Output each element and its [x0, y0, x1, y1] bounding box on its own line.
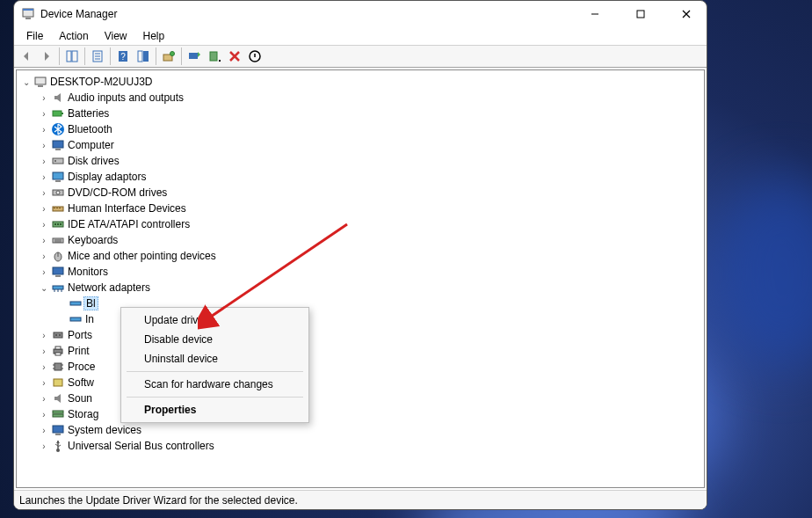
device-tree[interactable]: ⌄ DESKTOP-M2UUJ3D › Audio inputs and out…: [16, 69, 705, 488]
tree-item-batteries[interactable]: › Batteries: [17, 106, 704, 121]
minimize-button[interactable]: [575, 1, 615, 27]
expander-right-icon[interactable]: ›: [38, 362, 50, 372]
tree-item-hid[interactable]: › Human Interface Devices: [17, 201, 704, 216]
svg-rect-61: [55, 353, 61, 355]
tree-item-usb[interactable]: › Universal Serial Bus controllers: [17, 438, 704, 454]
tree-item-network[interactable]: ⌄ Network adapters: [17, 280, 704, 295]
scan-hardware-button[interactable]: [159, 47, 178, 66]
back-button[interactable]: [17, 47, 36, 66]
expander-right-icon[interactable]: ›: [38, 331, 50, 340]
expander-right-icon[interactable]: ›: [38, 252, 50, 261]
svg-rect-22: [35, 77, 46, 84]
tree-item-ide[interactable]: › IDE ATA/ATAPI controllers: [17, 216, 704, 232]
tree-item-monitors[interactable]: › Monitors: [17, 264, 704, 280]
mouse-icon: [50, 249, 66, 263]
svg-rect-54: [70, 302, 81, 305]
toolbar-separator: [156, 47, 156, 65]
toolbar: ?: [14, 45, 707, 68]
network-icon: [50, 281, 66, 295]
properties-button[interactable]: [88, 47, 107, 66]
context-properties[interactable]: Properties: [123, 400, 307, 420]
uninstall-device-button[interactable]: [225, 47, 244, 66]
expander-right-icon[interactable]: ›: [38, 109, 50, 119]
svg-rect-41: [57, 223, 59, 225]
expander-right-icon[interactable]: ›: [38, 394, 50, 404]
storage-icon: [50, 407, 66, 421]
context-separator: [127, 397, 303, 398]
svg-rect-48: [53, 267, 63, 274]
forward-button[interactable]: [37, 47, 56, 66]
context-disable-device[interactable]: Disable device: [123, 330, 307, 349]
svg-rect-35: [53, 207, 63, 211]
expander-right-icon[interactable]: ›: [38, 220, 50, 230]
expander-right-icon[interactable]: ›: [38, 93, 50, 103]
svg-rect-27: [53, 141, 63, 148]
show-hide-button[interactable]: [62, 47, 82, 66]
hid-icon: [50, 201, 66, 215]
svg-rect-40: [54, 223, 56, 225]
tree-item-systemdevices[interactable]: › System devices: [17, 422, 704, 438]
expander-right-icon[interactable]: ›: [38, 441, 50, 451]
expander-right-icon[interactable]: ›: [38, 426, 50, 435]
tree-item-dvd[interactable]: › DVD/CD-ROM drives: [17, 185, 704, 201]
menu-action[interactable]: Action: [52, 28, 95, 44]
svg-rect-2: [25, 18, 31, 19]
tree-item-display[interactable]: › Display adaptors: [17, 169, 704, 185]
expander-right-icon[interactable]: ›: [38, 204, 50, 214]
options-button[interactable]: [134, 47, 153, 66]
close-button[interactable]: [666, 1, 707, 27]
window-title: Device Manager: [40, 8, 117, 20]
tree-item-audio[interactable]: › Audio inputs and outputs: [17, 90, 704, 106]
dvd-icon: [50, 186, 66, 200]
expander-right-icon[interactable]: ›: [38, 267, 50, 277]
expander-right-icon[interactable]: ›: [38, 125, 50, 135]
context-separator: [127, 371, 303, 372]
enable-device-button[interactable]: [205, 47, 224, 66]
tree-item-diskdrives[interactable]: › Disk drives: [17, 153, 704, 169]
expander-right-icon[interactable]: ›: [38, 378, 50, 388]
expander-right-icon[interactable]: ›: [38, 347, 50, 356]
svg-text:?: ?: [120, 52, 126, 62]
network-adapter-icon: [68, 312, 83, 326]
svg-rect-8: [72, 51, 77, 62]
maximize-button[interactable]: [620, 1, 661, 27]
context-uninstall-device[interactable]: Uninstall device: [123, 349, 307, 368]
svg-rect-37: [56, 208, 58, 208]
expander-right-icon[interactable]: ›: [38, 172, 50, 182]
disable-device-button[interactable]: [245, 47, 265, 66]
update-driver-button[interactable]: [185, 47, 204, 66]
tree-item-keyboards[interactable]: › Keyboards: [17, 232, 704, 248]
context-menu: Update driver Disable device Uninstall d…: [120, 307, 309, 423]
svg-point-34: [56, 191, 60, 194]
tree-item-bluetooth[interactable]: › Bluetooth: [17, 121, 704, 137]
expander-right-icon[interactable]: ›: [38, 410, 50, 420]
tree-item-computer[interactable]: › Computer: [17, 137, 704, 153]
software-icon: [50, 376, 66, 390]
svg-rect-70: [53, 426, 63, 433]
tree-root[interactable]: ⌄ DESKTOP-M2UUJ3D: [17, 74, 704, 90]
sound-icon: [50, 391, 66, 405]
expander-right-icon[interactable]: ›: [38, 188, 50, 198]
svg-rect-71: [55, 434, 61, 435]
display-icon: [50, 170, 66, 184]
menu-file[interactable]: File: [19, 28, 50, 44]
svg-point-18: [170, 52, 175, 56]
svg-rect-36: [54, 208, 55, 208]
menu-help[interactable]: Help: [136, 28, 172, 44]
context-scan-hardware[interactable]: Scan for hardware changes: [123, 375, 307, 394]
expander-right-icon[interactable]: ›: [38, 236, 50, 245]
expander-down-icon[interactable]: ⌄: [20, 77, 33, 87]
expander-right-icon[interactable]: ›: [38, 141, 50, 150]
expander-right-icon[interactable]: ›: [38, 157, 50, 166]
tree-item-mice[interactable]: › Mice and other pointing devices: [17, 248, 704, 264]
svg-rect-32: [55, 180, 61, 182]
svg-rect-25: [62, 113, 63, 114]
context-update-driver[interactable]: Update driver: [123, 310, 307, 330]
ide-icon: [50, 217, 66, 231]
expander-down-icon[interactable]: ⌄: [38, 283, 50, 293]
svg-rect-28: [55, 149, 61, 150]
titlebar: Device Manager: [14, 1, 707, 27]
menu-view[interactable]: View: [98, 28, 134, 44]
help-button[interactable]: ?: [113, 47, 133, 66]
svg-rect-49: [55, 275, 61, 277]
